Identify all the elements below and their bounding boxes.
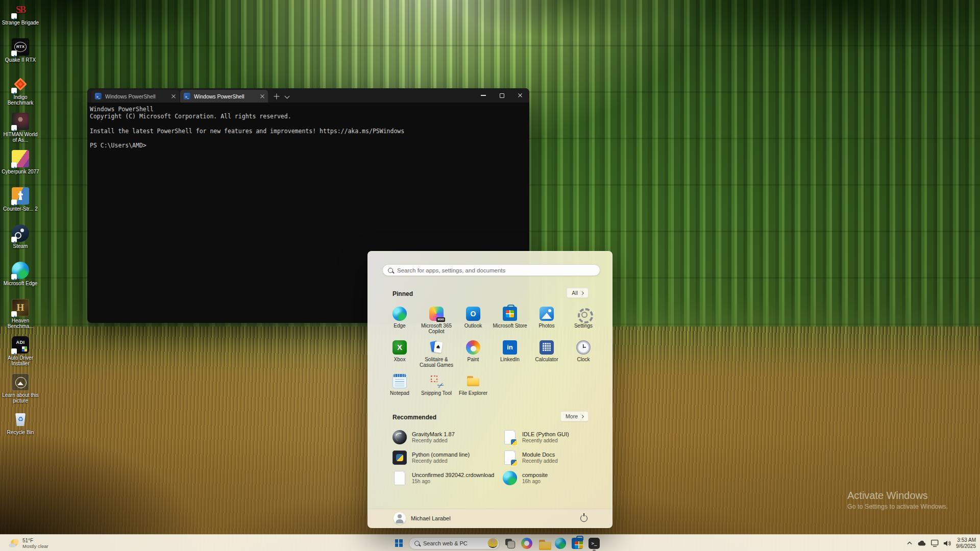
watermark-subtitle: Go to Settings to activate Windows. xyxy=(847,503,948,510)
desktop-icon[interactable]: Indigo Benchmark xyxy=(1,76,40,113)
user-name[interactable]: Michael Larabel xyxy=(411,515,451,521)
powershell-icon xyxy=(184,93,190,99)
recommended-item[interactable]: IDLE (Python GUI) Recently added xyxy=(502,427,612,447)
close-button[interactable] xyxy=(511,88,529,103)
learn-picture-icon xyxy=(12,373,29,391)
recommended-item-texts: Python (command line) Recently added xyxy=(412,452,470,464)
pinned-app[interactable]: Microsoft 365 Copilot xyxy=(418,304,455,337)
shortcut-arrow-icon xyxy=(11,51,17,56)
start-search-box[interactable] xyxy=(382,264,600,276)
terminal-titlebar[interactable]: Windows PowerShell Windows PowerShell xyxy=(87,88,529,103)
desktop-icon[interactable]: Steam xyxy=(1,224,40,262)
chevron-up-icon[interactable] xyxy=(906,540,913,546)
file-explorer-icon xyxy=(466,374,480,388)
speaker-icon[interactable] xyxy=(943,540,951,546)
recommended-item[interactable]: composite 16h ago xyxy=(502,468,612,488)
pinned-app[interactable]: Outlook xyxy=(455,304,492,337)
recommended-item-meta: Recently added xyxy=(522,458,558,464)
recommended-item-texts: GravityMark 1.87 Recently added xyxy=(412,431,455,443)
taskbar-app-button[interactable] xyxy=(554,537,567,550)
desktop-icon-tile xyxy=(12,1,29,18)
pinned-app-label: Paint xyxy=(468,357,479,362)
new-tab-button[interactable] xyxy=(273,93,280,100)
pinned-app[interactable]: Calculator xyxy=(528,337,565,371)
desktop-icon-label: Indigo Benchmark xyxy=(2,94,40,106)
pinned-all-button[interactable]: All xyxy=(567,288,589,298)
pinned-app[interactable]: Clock xyxy=(565,337,602,371)
taskbar-search[interactable]: Search web & PC xyxy=(409,537,500,549)
desktop-icon-tile xyxy=(12,150,29,167)
desktop-icon[interactable]: Quake II RTX xyxy=(1,38,40,76)
task-view-icon xyxy=(504,538,516,549)
terminal-line xyxy=(90,120,527,128)
tray-clock[interactable]: 3:53 AM 9/6/2025 xyxy=(956,537,976,549)
desktop-icon[interactable]: Learn about this picture xyxy=(1,373,40,411)
moon-cloud-icon xyxy=(8,538,19,548)
ms-store-icon xyxy=(503,307,517,321)
recycle-bin-icon xyxy=(12,411,29,428)
pinned-app[interactable]: Settings xyxy=(565,304,602,337)
windows-logo-icon xyxy=(395,539,403,547)
taskbar-app-button[interactable] xyxy=(571,537,584,550)
desktop-icon-tile xyxy=(12,76,29,93)
pinned-app[interactable]: Solitaire & Casual Games xyxy=(418,337,455,371)
desktop-icon[interactable]: Strange Brigade xyxy=(1,1,40,38)
recommended-item-name: Unconfirmed 392042.crdownload xyxy=(412,472,494,478)
power-button[interactable] xyxy=(580,515,587,522)
terminal-tab[interactable]: Windows PowerShell xyxy=(180,90,268,103)
pinned-app[interactable]: Snipping Tool xyxy=(418,371,455,405)
desktop-icon[interactable]: Auto Driver Installer xyxy=(1,336,40,373)
onedrive-icon[interactable] xyxy=(917,540,926,546)
desktop-icon[interactable]: HITMAN World of As... xyxy=(1,113,40,150)
taskbar-app-button[interactable] xyxy=(587,537,601,550)
recommended-item[interactable]: Module Docs Recently added xyxy=(502,447,612,468)
maximize-button[interactable] xyxy=(493,88,511,103)
tab-close-icon[interactable] xyxy=(260,94,264,98)
pinned-app[interactable]: File Explorer xyxy=(455,371,492,405)
start-button[interactable] xyxy=(392,537,405,550)
weather-widget[interactable]: 51°F Mostly clear xyxy=(5,535,52,551)
taskbar-app-button[interactable] xyxy=(537,537,550,550)
pinned-app[interactable]: Xbox xyxy=(381,337,418,371)
shortcut-arrow-icon xyxy=(11,348,17,354)
tab-dropdown-icon[interactable] xyxy=(285,94,290,99)
tab-close-icon[interactable] xyxy=(171,94,176,98)
taskbar-center: Search web & PC xyxy=(392,535,601,551)
pinned-app[interactable]: Notepad xyxy=(381,371,418,405)
user-avatar[interactable] xyxy=(394,512,406,524)
chevron-right-icon xyxy=(580,414,584,418)
recommended-item-name: composite xyxy=(522,472,548,478)
desktop-icon[interactable]: Heaven Benchma... xyxy=(1,299,40,336)
terminal-tab[interactable]: Windows PowerShell xyxy=(91,90,179,103)
recommended-more-button[interactable]: More xyxy=(560,411,589,421)
pinned-app[interactable]: Microsoft Store xyxy=(492,304,528,337)
gravitymark-icon xyxy=(393,430,407,444)
pinned-app[interactable]: Photos xyxy=(528,304,565,337)
desktop-icon[interactable]: Recycle Bin xyxy=(1,411,40,448)
desktop-icon-label: Recycle Bin xyxy=(7,430,34,435)
minimize-button[interactable] xyxy=(474,88,493,103)
desktop-icon[interactable]: Cyberpunk 2077 xyxy=(1,150,40,187)
edge-icon xyxy=(555,538,566,549)
notepad-icon xyxy=(393,374,407,388)
pinned-app-label: Microsoft 365 Copilot xyxy=(419,323,454,334)
pinned-app-label: Outlook xyxy=(464,323,482,329)
desktop-icon[interactable]: Counter-Str... 2 xyxy=(1,187,40,224)
recommended-item[interactable]: Unconfirmed 392042.crdownload 15h ago xyxy=(391,468,502,488)
recommended-item[interactable]: Python (command line) Recently added xyxy=(391,447,502,468)
terminal-tab-strip: Windows PowerShell Windows PowerShell xyxy=(91,90,269,103)
desktop-icon-label: Counter-Str... 2 xyxy=(3,206,38,212)
taskbar-app-button[interactable] xyxy=(520,537,533,550)
desktop-icon[interactable]: Microsoft Edge xyxy=(1,262,40,299)
recommended-item[interactable]: GravityMark 1.87 Recently added xyxy=(391,427,502,447)
terminal-output[interactable]: Windows PowerShell Copyright (C) Microso… xyxy=(87,103,529,149)
minimize-icon xyxy=(481,95,486,95)
taskbar-app-button[interactable] xyxy=(503,537,517,550)
python-cmd-icon xyxy=(393,450,407,465)
pinned-app[interactable]: Paint xyxy=(455,337,492,371)
pinned-app[interactable]: Edge xyxy=(381,304,418,337)
start-search-input[interactable] xyxy=(397,267,595,273)
pinned-app[interactable]: LinkedIn xyxy=(492,337,528,371)
display-icon[interactable] xyxy=(931,540,939,547)
watermark-title: Activate Windows xyxy=(847,490,948,502)
